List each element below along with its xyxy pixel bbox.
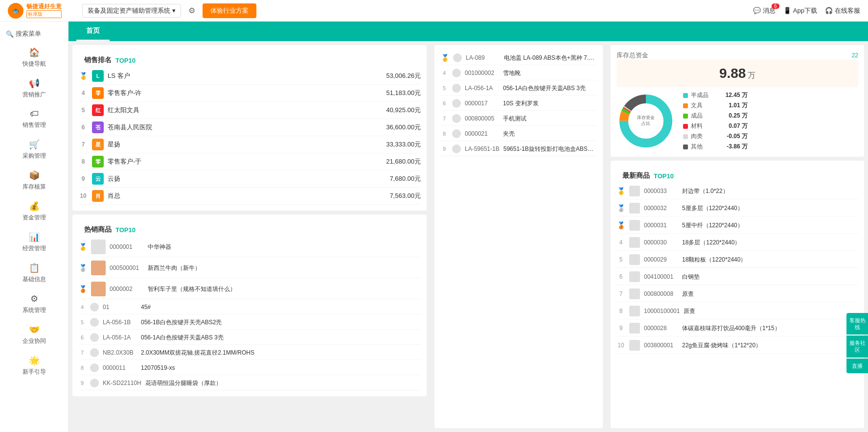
sidebar-item-finance[interactable]: 💰 资金管理 xyxy=(0,196,68,227)
customer-service-hotline-button[interactable]: 客服热线 xyxy=(846,313,868,335)
rank-number: 8 xyxy=(617,308,625,314)
sidebar-item-collaboration[interactable]: 🤝 企业协同 xyxy=(0,319,68,350)
rank-number: 9 xyxy=(617,325,625,332)
product-code: KK-SD22110H xyxy=(103,380,141,386)
product-code: 0000032 xyxy=(644,205,678,212)
sidebar-label-marketing: 营销推广 xyxy=(23,91,46,99)
sidebar-item-marketing[interactable]: 📢 营销推广 xyxy=(0,73,68,104)
list-item: 9 0000028 体碳嘉枝味苏打饮品400毫升（1*15） xyxy=(617,320,858,336)
app-download-button[interactable]: 📱 App下载 xyxy=(783,6,817,15)
product-image xyxy=(629,186,640,196)
trial-button[interactable]: 体验行业方案 xyxy=(203,3,256,18)
system-selector[interactable]: 装备及固定资产辅助管理系统 ▾ xyxy=(82,4,181,18)
product-name: 夹壳 xyxy=(503,130,597,138)
hot-products-title: 热销商品 xyxy=(84,225,112,234)
online-service-label: 在线客服 xyxy=(835,6,860,15)
content-area: 首页 销售排名 TOP10 🥇 L LS 客户 xyxy=(69,22,868,432)
legend-label: 材料 xyxy=(691,122,715,130)
sidebar-item-operations[interactable]: 📊 经营管理 xyxy=(0,227,68,258)
legend-item-finished: 成品 0.25 万 xyxy=(683,112,748,120)
rank-number: 7 xyxy=(617,290,625,297)
list-item: 🥇 0000001 中华神器 xyxy=(78,237,421,257)
sidebar-item-system[interactable]: ⚙ 系统管理 xyxy=(0,288,68,319)
sidebar-item-home[interactable]: 🏠 快捷导航 xyxy=(0,42,68,73)
product-name: 45# xyxy=(141,304,421,311)
rank-number: 6 xyxy=(440,100,448,106)
sidebar-label-finance: 资金管理 xyxy=(23,214,46,222)
sidebar-item-purchase[interactable]: 🛒 采购管理 xyxy=(0,134,68,165)
list-item: 10 003800001 22g鱼豆腐·烧烤味（1*12*20） xyxy=(617,337,858,354)
hot-products-top10: TOP10 xyxy=(115,226,136,234)
svg-text:占比: 占比 xyxy=(641,121,650,126)
avatar: 红 xyxy=(92,104,104,116)
legend-value: 0.07 万 xyxy=(718,122,748,130)
product-code: LA-056-1A xyxy=(103,334,137,341)
rank-name: 红太阳文具 xyxy=(108,106,363,115)
avatar: 肖 xyxy=(92,190,104,202)
list-item: 🥉 0000031 5厘中纤（1220*2440） xyxy=(617,217,858,234)
avatar: L xyxy=(92,70,104,82)
nav-item-home[interactable]: 首页 xyxy=(76,22,110,41)
table-row: 10 肖 肖总 7,563.00元 xyxy=(78,188,421,205)
list-item: 6 LA-056-1A 056-1A白色按键开关盖ABS 3壳 xyxy=(78,331,421,345)
legend-label: 文具 xyxy=(691,101,715,110)
legend-item-stationery: 文具 1.01 万 xyxy=(683,101,748,110)
list-item: 🥈 0000032 5厘多层（1220*2440） xyxy=(617,200,858,216)
legend-item-other: 其他 -3.86 万 xyxy=(683,143,748,151)
svg-text:库存资金: 库存资金 xyxy=(637,115,655,120)
donut-chart-container: 库存资金 占比 半成品 12.45 万 文具 xyxy=(617,91,858,151)
purchase-icon: 🛒 xyxy=(29,139,40,150)
sales-rank-table: 🥇 L LS 客户 53,006.26元 4 零 零售客户-许 51,183.0… xyxy=(78,68,421,205)
product-name: 10S 变利罗浆 xyxy=(503,99,597,108)
list-item: 7 000800005 手机测试 xyxy=(440,112,597,126)
product-name: 056-1A白色按键开关盖ABS 3壳 xyxy=(503,84,597,93)
new-products-title: 最新商品 xyxy=(622,171,650,180)
product-code: 0000021 xyxy=(465,130,499,137)
product-code: LA-089 xyxy=(466,54,500,61)
medal-icon: 🥇 xyxy=(617,187,625,195)
service-community-button[interactable]: 服务社区 xyxy=(846,336,868,358)
legend-color xyxy=(683,144,688,149)
product-image xyxy=(90,318,99,327)
product-image xyxy=(452,99,461,108)
rank-number: 8 xyxy=(440,131,448,137)
inventory-card: 库存总资金 22 9.88 万 xyxy=(611,45,864,157)
left-panel: 销售排名 TOP10 🥇 L LS 客户 53,006.26元 xyxy=(69,41,431,432)
new-products-header: 最新商品 TOP10 xyxy=(617,167,858,183)
sidebar-item-sales[interactable]: 🏷 销售管理 xyxy=(0,104,68,134)
sidebar-item-guide[interactable]: 🌟 新手引导 xyxy=(0,350,68,381)
message-button[interactable]: 💬 消息 6 xyxy=(753,6,776,15)
product-image xyxy=(629,323,640,334)
rank-number: 6 xyxy=(78,124,88,131)
inventory-unit: 万 xyxy=(748,71,755,79)
legend-item-semifinished: 半成品 12.45 万 xyxy=(683,91,748,99)
header: 🐟 畅捷通好生意 标准版 装备及固定资产辅助管理系统 ▾ ⚙ 体验行业方案 💬 … xyxy=(0,0,868,22)
sidebar-label-purchase: 采购管理 xyxy=(23,152,46,160)
product-code: 004100001 xyxy=(644,273,678,280)
middle-product-list: 🥇 LA-089 电池盖 LA-089 ABS本色+黑种 7.1克 4 0010… xyxy=(440,51,597,156)
rank-name: 零售客户-许 xyxy=(108,89,363,97)
product-code: 003800001 xyxy=(644,342,678,349)
list-item: 9 KK-SD22110H 花语萌恒温分腿睡袋（厚款） xyxy=(78,376,421,390)
gear-icon[interactable]: ⚙ xyxy=(185,4,199,18)
sales-top10-label: TOP10 xyxy=(115,57,136,64)
sidebar-item-basic-info[interactable]: 📋 基础信息 xyxy=(0,258,68,288)
table-row: 7 星 星扬 33,333.00元 xyxy=(78,136,421,153)
view-more-button[interactable]: 22 xyxy=(852,52,858,59)
sidebar-item-inventory[interactable]: 📦 库存核算 xyxy=(0,165,68,196)
product-name: 2.0X30MM双搓花轴.搓花直径2.1MM/ROHS xyxy=(141,349,421,357)
phone-icon: 📱 xyxy=(783,7,791,14)
online-service-button[interactable]: 🎧 在线客服 xyxy=(825,6,860,15)
new-products-card: 最新商品 TOP10 🥇 0000033 封边带（1.0*22） 🥈 xyxy=(611,161,864,428)
product-name: 5厘中纤（1220*2440） xyxy=(682,221,858,230)
right-panel: 库存总资金 22 9.88 万 xyxy=(607,41,868,432)
list-item: 6 0000017 10S 变利罗浆 xyxy=(440,96,597,111)
legend-item-meat: 肉类 -0.05 万 xyxy=(683,132,748,141)
middle-panel: 🥇 LA-089 电池盖 LA-089 ABS本色+黑种 7.1克 4 0010… xyxy=(431,41,607,432)
search-menu[interactable]: 🔍 搜索菜单 xyxy=(0,25,68,42)
product-name: 原查 xyxy=(682,290,858,298)
product-name: 18颗粒板（1220*2440） xyxy=(682,256,858,264)
new-products-top10: TOP10 xyxy=(654,172,674,180)
rank-name: 肖总 xyxy=(108,192,363,200)
live-stream-button[interactable]: 直播 xyxy=(846,359,868,373)
